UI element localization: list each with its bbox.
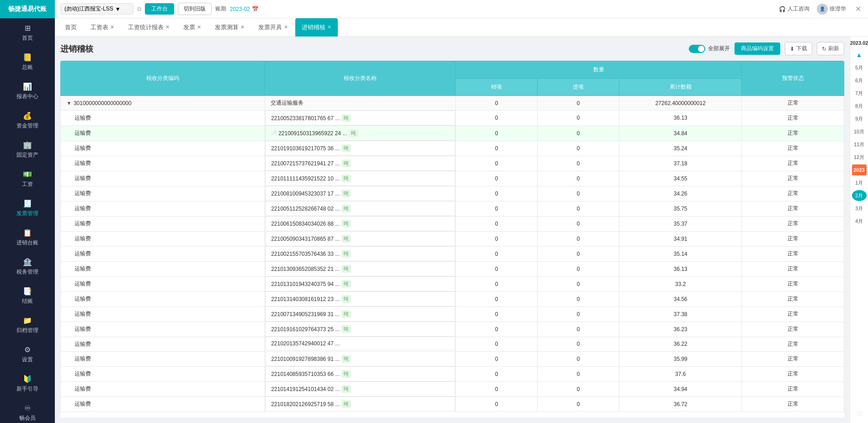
tab-purchase-check[interactable]: 进销稽核 ✕ [295, 18, 338, 37]
panel-month-7[interactable]: 7月 [852, 88, 867, 99]
panel-month-4[interactable]: 4月 [852, 216, 867, 227]
table-row[interactable]: ▼3010000000000000000 交通运输服务 0 0 27262.40… [61, 96, 844, 111]
user-avatar[interactable]: 👤 徐澄华 [817, 4, 846, 15]
panel-month-8[interactable]: 8月 [852, 100, 867, 111]
row-purchase: 0 [538, 231, 619, 246]
table-row[interactable]: 运输费 221019103619217075 36 ... 吨 0 0 35.2… [61, 141, 844, 156]
sidebar-item-label: 进销台账 [16, 239, 38, 247]
table-row[interactable]: 运输费 221005233817801765 67 ... 吨 0 0 36.1… [61, 111, 844, 126]
col-header-quantity: 数量 [456, 61, 742, 79]
row-purchase: 0 [538, 156, 619, 171]
tab-label: 首页 [65, 23, 77, 32]
row-invoice-no: 221020135742940012 47 ... [265, 337, 455, 350]
company-selector[interactable]: (勿动)江西报宝-LSS ▼ [60, 3, 133, 15]
table-row[interactable]: 运输费 221005112528266748 02 ... 吨 0 0 35.7… [61, 201, 844, 216]
panel-month-2[interactable]: 2月 [852, 190, 867, 201]
table-row[interactable]: 运输费 221013093652085352 21 ... 吨 0 0 36.1… [61, 261, 844, 276]
table-row[interactable]: 运输费 221013101943240375 94 ... 吨 0 0 33.2… [61, 276, 844, 291]
table-row[interactable]: 运输费 📄 221009150313965922 24 ... 吨 0 0 34… [61, 126, 844, 141]
row-forecast: 正常 [742, 231, 844, 246]
panel-month-5[interactable]: 5月 [852, 62, 867, 73]
table-row[interactable]: 运输费 221002155703576436 33 ... 吨 0 0 35.1… [61, 246, 844, 261]
table-row[interactable]: 运输费 221013140308161912 23 ... 吨 0 0 34.5… [61, 291, 844, 307]
tab-invoice[interactable]: 发票 ✕ [177, 18, 208, 37]
sidebar-item-assets[interactable]: 🏢 固定资产 [0, 135, 55, 164]
sidebar-item-member[interactable]: ♾ 畅会员 [0, 398, 55, 423]
table-row[interactable]: 运输费 221006150834034026 88 ... 吨 0 0 35.3… [61, 216, 844, 231]
sidebar-item-purchase[interactable]: 📋 进销台账 [0, 223, 55, 252]
tab-close-icon[interactable]: ✕ [110, 24, 114, 30]
copy-icon[interactable]: ⧉ [137, 5, 141, 13]
content-area: 进销稽核 全部展开 商品编码设置 ⬇ 下载 ↻ 刷新 [55, 37, 850, 423]
expand-toggle[interactable] [689, 45, 705, 53]
sidebar-item-settings[interactable]: ⚙ 设置 [0, 340, 55, 369]
row-invoice-no: 221019161029764373 25 ... 吨 [265, 322, 455, 337]
panel-month-12[interactable]: 12月 [852, 152, 867, 163]
period-value[interactable]: 2023-02 📅 [230, 6, 259, 12]
tab-close-icon[interactable]: ✕ [284, 24, 288, 30]
panel-month-9[interactable]: 9月 [852, 113, 867, 124]
tag: 吨 [341, 114, 351, 122]
service-button[interactable]: 🎧 人工咨询 [779, 5, 809, 13]
table-row[interactable]: 运输费 221018202126925719 58 ... 吨 0 0 36.7… [61, 397, 844, 412]
row-forecast: 正常 [742, 216, 844, 231]
switch-version-button[interactable]: 切到旧版 [178, 3, 212, 15]
tab-close-icon[interactable]: ✕ [165, 24, 170, 30]
sidebar-item-invoice[interactable]: 🧾 发票管理 [0, 194, 55, 223]
tab-invoice-calc[interactable]: 发票测算 ✕ [208, 18, 251, 37]
row-purchase: 0 [538, 186, 619, 201]
tag: 吨 [341, 400, 351, 408]
tab-invoice-open[interactable]: 发票开具 ✕ [252, 18, 294, 37]
sidebar-item-settle[interactable]: 📑 结账 [0, 281, 55, 311]
table-row[interactable]: 运输费 221011111435921522 10 ... 吨 0 0 34.5… [61, 171, 844, 186]
sidebar-item-tax[interactable]: 🏦 税务管理 [0, 252, 55, 281]
table-row[interactable]: 运输费 221019161029764373 25 ... 吨 0 0 36.2… [61, 322, 844, 337]
table-row[interactable]: 运输费 221005090343170865 87 ... 吨 0 0 34.9… [61, 231, 844, 246]
panel-month-1[interactable]: 1月 [852, 177, 867, 188]
tab-close-icon[interactable]: ✕ [197, 24, 201, 30]
sidebar-item-archive[interactable]: 📁 归档管理 [0, 311, 55, 340]
sidebar-item-ledger[interactable]: 📒 总账 [0, 48, 55, 77]
sidebar-item-report[interactable]: 📊 报表中心 [0, 77, 55, 106]
row-forecast: 正常 [742, 276, 844, 291]
tag: 吨 [341, 385, 351, 393]
panel-up-arrow[interactable]: ▲ [854, 49, 865, 60]
row-forecast: 正常 [742, 322, 844, 337]
data-table-container[interactable]: 税收分类编码 税收分类名称 数量 预警状态 销项 进项 累计数额 [60, 61, 844, 418]
row-invoice-no: 221007134905231969 31 ... 吨 [265, 307, 455, 322]
tab-home[interactable]: 首页 [59, 18, 83, 37]
expand-icon[interactable]: ▼ [66, 100, 72, 106]
sidebar-item-label: 设置 [22, 356, 33, 364]
table-row[interactable]: 运输费 221014085935710353 66 ... 吨 0 0 37.6… [61, 366, 844, 381]
tab-close-icon[interactable]: ✕ [327, 24, 331, 30]
workspace-button[interactable]: 工作台 [145, 3, 174, 15]
download-btn[interactable]: ⬇ 下载 [785, 42, 812, 55]
tab-salary-table[interactable]: 工资表 ✕ [84, 18, 121, 37]
sidebar-item-salary[interactable]: 💵 工资 [0, 164, 55, 194]
panel-month-6[interactable]: 6月 [852, 75, 867, 86]
table-row[interactable]: 运输费 221007215737621941 27 ... 吨 0 0 37.1… [61, 156, 844, 171]
sidebar-item-label: 新手引导 [16, 385, 38, 393]
table-row[interactable]: 运输费 221020135742940012 47 ... 0 0 36.22 … [61, 337, 844, 351]
sidebar-item-capital[interactable]: 💰 资金管理 [0, 106, 55, 135]
settings-btn[interactable]: 商品编码设置 [735, 42, 780, 55]
ledger-icon: 📒 [23, 53, 32, 62]
close-button[interactable]: ✕ [853, 5, 863, 14]
tab-label: 发票开具 [258, 23, 282, 32]
sidebar-item-label: 工资 [22, 180, 33, 188]
table-row[interactable]: 运输费 221007134905231969 31 ... 吨 0 0 37.3… [61, 307, 844, 322]
tab-salary-stats[interactable]: 工资统计报表 ✕ [122, 18, 176, 37]
table-row[interactable]: 运输费 221010091927898386 91 ... 吨 0 0 35.9… [61, 351, 844, 366]
panel-month-3[interactable]: 3月 [852, 203, 867, 214]
refresh-btn[interactable]: ↻ 刷新 [817, 42, 844, 55]
sidebar-item-guide[interactable]: 🔰 新手引导 [0, 369, 55, 398]
table-row[interactable]: 运输费 221014191254101434 02 ... 吨 0 0 34.9… [61, 381, 844, 397]
table-row[interactable]: 运输费 221008100945323037 17 ... 吨 0 0 34.2… [61, 186, 844, 201]
tag: 吨 [349, 129, 358, 137]
favorite-icon[interactable]: ♡ [854, 408, 865, 419]
tab-close-icon[interactable]: ✕ [240, 24, 245, 30]
panel-month-11[interactable]: 11月 [852, 139, 867, 150]
salary-icon: 💵 [23, 170, 32, 179]
sidebar-item-home[interactable]: ⊞ 首页 [0, 18, 55, 48]
panel-month-10[interactable]: 10月 [852, 126, 867, 137]
